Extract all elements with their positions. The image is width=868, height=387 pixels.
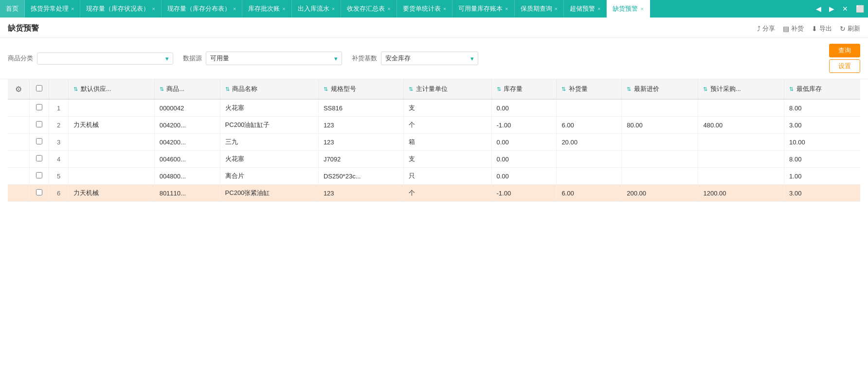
table-row[interactable]: 1 0000042 火花塞 SS816 支 0.00 8.00 xyxy=(8,99,860,117)
tab-available-ledger[interactable]: 可用量库存账本 × xyxy=(452,0,514,18)
sort-price-icon: ⇅ xyxy=(627,86,631,92)
row-unit: 个 xyxy=(403,185,491,202)
tab-close-overstock[interactable]: × xyxy=(597,6,600,12)
tab-requisition[interactable]: 要货单统计表 × xyxy=(397,0,452,18)
tab-close-shortage[interactable]: × xyxy=(640,6,643,12)
col-header-replenish-qty[interactable]: ⇅ 补货量 xyxy=(557,79,622,99)
query-button[interactable]: 查询 xyxy=(829,44,860,57)
table-row[interactable]: 2 力天机械 004200... PC200油缸缸子 123 个 -1.00 6… xyxy=(8,117,860,134)
row-supplier xyxy=(69,134,155,151)
sort-est-icon: ⇅ xyxy=(703,86,707,92)
row-settings-cell xyxy=(8,185,30,202)
row-settings-cell xyxy=(8,117,30,134)
row-latest-price: 80.00 xyxy=(622,117,698,134)
row-spec: 123 xyxy=(318,134,403,151)
share-button[interactable]: ⤴ 分享 xyxy=(757,24,775,33)
col-header-latest-price[interactable]: ⇅ 最新进价 xyxy=(622,79,698,99)
tab-close-summary[interactable]: × xyxy=(387,6,390,12)
row-replenish-qty: 20.00 xyxy=(557,134,622,151)
tab-close-inventory-status[interactable]: × xyxy=(152,6,155,12)
sort-supplier-icon: ⇅ xyxy=(73,86,78,92)
table-row[interactable]: 4 004600... 火花塞 J7092 支 0.00 8.00 xyxy=(8,151,860,168)
table-row[interactable]: 6 力天机械 801110... PC200张紧油缸 123 个 -1.00 6… xyxy=(8,185,860,202)
settings-button[interactable]: 设置 xyxy=(829,59,860,73)
row-checkbox-0[interactable] xyxy=(36,104,42,110)
row-product-name: PC200张紧油缸 xyxy=(220,185,318,202)
category-select[interactable]: ▾ xyxy=(37,53,173,65)
select-all-checkbox[interactable] xyxy=(36,85,42,91)
tab-picking-exception[interactable]: 拣货异常处理 × xyxy=(25,0,80,18)
datasource-filter-group: 数据源 可用量 ▾ xyxy=(183,52,342,65)
col-header-num xyxy=(49,79,69,99)
tab-close-inventory-distribution[interactable]: × xyxy=(233,6,236,12)
row-checkbox-cell xyxy=(30,117,49,134)
row-stock: -1.00 xyxy=(491,117,557,134)
export-button[interactable]: ⬇ 导出 xyxy=(812,24,832,33)
replenish-base-label: 补货基数 xyxy=(352,54,377,63)
tab-overstock[interactable]: 超储预警 × xyxy=(564,0,607,18)
row-product-code: 004200... xyxy=(154,117,220,134)
col-header-stock[interactable]: ⇅ 库存量 xyxy=(491,79,557,99)
row-checkbox-cell xyxy=(30,168,49,185)
tab-expiry[interactable]: 保质期查询 × xyxy=(515,0,564,18)
row-est-purchase xyxy=(698,151,784,168)
tab-next-btn[interactable]: ▶ xyxy=(825,5,838,13)
row-latest-price xyxy=(622,99,698,117)
row-checkbox-5[interactable] xyxy=(36,189,42,195)
col-header-unit[interactable]: ⇅ 主计量单位 xyxy=(403,79,491,99)
tab-close-requisition[interactable]: × xyxy=(443,6,446,12)
tab-close-available[interactable]: × xyxy=(505,6,508,12)
row-product-code: 004600... xyxy=(154,151,220,168)
col-header-min-stock[interactable]: ⇅ 最低库存 xyxy=(784,79,860,99)
row-product-code: 0000042 xyxy=(154,99,220,117)
tab-batch-account[interactable]: 库存批次账 × xyxy=(242,0,291,18)
col-header-settings: ⚙ xyxy=(8,79,30,99)
row-num: 4 xyxy=(49,151,69,168)
col-header-product-code[interactable]: ⇅ 商品... xyxy=(154,79,220,99)
table-row[interactable]: 3 004200... 三九 123 箱 0.00 20.00 10.00 xyxy=(8,134,860,151)
row-checkbox-3[interactable] xyxy=(36,155,42,161)
col-header-est-purchase[interactable]: ⇅ 预计采购... xyxy=(698,79,784,99)
sort-code-icon: ⇅ xyxy=(160,86,164,92)
tab-close-picking[interactable]: × xyxy=(71,6,74,12)
tab-close-batch[interactable]: × xyxy=(282,6,285,12)
tab-expand-btn[interactable]: ⬜ xyxy=(852,5,868,13)
tab-inventory-status[interactable]: 现存量（库存状况表） × xyxy=(80,0,161,18)
row-spec: J7092 xyxy=(318,151,403,168)
table-header-row: ⚙ ⇅ 默认供应... ⇅ 商品... ⇅ xyxy=(8,79,860,99)
replenish-icon: ▤ xyxy=(783,25,789,33)
tab-close-all-btn[interactable]: ✕ xyxy=(838,5,852,13)
data-table: ⚙ ⇅ 默认供应... ⇅ 商品... ⇅ xyxy=(8,79,860,202)
row-checkbox-1[interactable] xyxy=(36,121,42,127)
tab-flow[interactable]: 出入库流水 × xyxy=(292,0,341,18)
tab-summary[interactable]: 收发存汇总表 × xyxy=(341,0,397,18)
row-stock: 0.00 xyxy=(491,134,557,151)
row-product-name: 火花塞 xyxy=(220,99,318,117)
tab-home[interactable]: 首页 xyxy=(0,0,25,18)
replenish-base-select[interactable]: 安全库存 ▾ xyxy=(381,52,478,65)
tab-inventory-distribution[interactable]: 现存量（库存分布表） × xyxy=(162,0,242,18)
row-stock: 0.00 xyxy=(491,151,557,168)
row-supplier xyxy=(69,151,155,168)
tab-prev-btn[interactable]: ◀ xyxy=(812,5,825,13)
row-product-code: 004800... xyxy=(154,168,220,185)
tab-shortage[interactable]: 缺货预警 × xyxy=(607,0,650,18)
refresh-button[interactable]: ↻ 刷新 xyxy=(840,24,860,33)
tab-close-expiry[interactable]: × xyxy=(555,6,558,12)
row-checkbox-4[interactable] xyxy=(36,172,42,178)
datasource-select[interactable]: 可用量 ▾ xyxy=(206,52,342,65)
category-label: 商品分类 xyxy=(8,54,33,63)
col-header-default-supplier[interactable]: ⇅ 默认供应... xyxy=(69,79,155,99)
row-checkbox-2[interactable] xyxy=(36,138,42,144)
row-replenish-qty xyxy=(557,99,622,117)
table-row[interactable]: 5 004800... 离合片 DS250*23c... 只 0.00 1.00 xyxy=(8,168,860,185)
col-header-product-name[interactable]: ⇅ 商品名称 xyxy=(220,79,318,99)
row-unit: 只 xyxy=(403,168,491,185)
col-header-spec[interactable]: ⇅ 规格型号 xyxy=(318,79,403,99)
row-supplier xyxy=(69,99,155,117)
column-settings-icon[interactable]: ⚙ xyxy=(13,83,24,95)
row-stock: 0.00 xyxy=(491,168,557,185)
replenish-button[interactable]: ▤ 补货 xyxy=(783,24,804,33)
tab-close-flow[interactable]: × xyxy=(332,6,335,12)
row-checkbox-cell xyxy=(30,134,49,151)
